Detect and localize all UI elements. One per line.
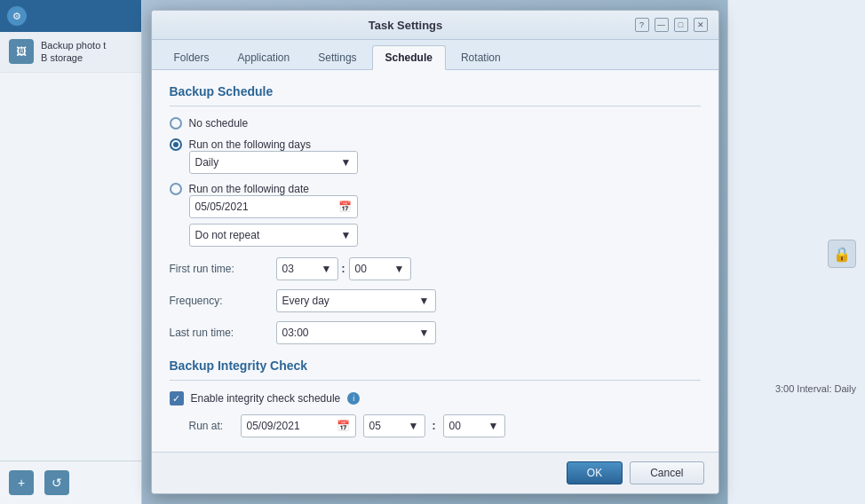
ok-button[interactable]: OK	[567, 461, 623, 484]
tab-schedule[interactable]: Schedule	[372, 45, 446, 70]
schedule-divider	[170, 106, 701, 106]
task-settings-dialog: Task Settings ? — □ ✕ Folders Applicatio…	[151, 10, 719, 494]
sidebar-item-backup[interactable]: 🖼 Backup photo t B storage	[0, 32, 141, 73]
info-icon[interactable]: i	[347, 392, 360, 405]
repeat-select-arrow-icon: ▼	[341, 229, 352, 241]
history-button[interactable]: ↺	[44, 470, 69, 495]
frequency-label: Frequency:	[170, 295, 267, 307]
app-icon: ⚙	[7, 6, 27, 26]
schedule-radio-group: No schedule Run on the following days Da…	[170, 117, 701, 247]
no-schedule-option[interactable]: No schedule	[170, 117, 701, 130]
first-run-minute-arrow-icon: ▼	[394, 263, 405, 275]
first-run-time-row: First run time: 03 ▼ : 00 ▼	[170, 257, 701, 280]
backup-schedule-heading: Backup Schedule	[170, 84, 701, 98]
no-schedule-label: No schedule	[189, 117, 249, 130]
desktop: ⚙ 🖼 Backup photo t B storage + ↺ 🔒 3:00 …	[0, 0, 865, 504]
last-run-label: Last run time:	[170, 327, 267, 339]
daily-select[interactable]: Daily ▼	[189, 151, 358, 174]
integrity-calendar-icon: 📅	[337, 420, 350, 432]
run-at-row: Run at: 05/09/2021 📅 05 ▼ : 00 ▼	[189, 414, 701, 437]
first-run-hour-select[interactable]: 03 ▼	[276, 257, 338, 280]
enable-integrity-row: ✓ Enable integrity check schedule i	[170, 391, 701, 406]
calendar-icon: 📅	[338, 201, 352, 213]
run-following-days-radio[interactable]	[170, 138, 182, 151]
sidebar-item-label: Backup photo t B storage	[41, 39, 106, 65]
backup-task-icon: 🖼	[9, 39, 34, 64]
tab-rotation[interactable]: Rotation	[448, 45, 514, 69]
tab-settings[interactable]: Settings	[305, 45, 369, 69]
first-run-hour-arrow-icon: ▼	[321, 263, 332, 275]
integrity-hour-arrow-icon: ▼	[409, 420, 419, 432]
modal-title: Task Settings	[177, 19, 635, 32]
sidebar-bottom: + ↺	[0, 461, 141, 504]
last-run-time-row: Last run time: 03:00 ▼	[170, 321, 701, 344]
add-task-button[interactable]: +	[9, 470, 34, 495]
frequency-row: Frequency: Every day ▼	[170, 289, 701, 312]
integrity-minute-select[interactable]: 00 ▼	[443, 414, 505, 437]
integrity-check-heading: Backup Integrity Check	[170, 358, 701, 373]
lock-icon: 🔒	[828, 240, 856, 268]
run-following-date-block: Run on the following date 05/05/2021 📅 D…	[170, 183, 701, 247]
run-following-days-block: Run on the following days Daily ▼	[170, 138, 701, 174]
enable-integrity-label: Enable integrity check schedule	[191, 392, 341, 405]
time-colon-sep: :	[342, 263, 345, 275]
run-following-date-option[interactable]: Run on the following date	[170, 183, 701, 195]
modal-titlebar: Task Settings ? — □ ✕	[152, 11, 718, 40]
sidebar: ⚙ 🖼 Backup photo t B storage + ↺	[0, 0, 142, 504]
daily-dropdown-container: Daily ▼	[189, 151, 701, 174]
integrity-minute-arrow-icon: ▼	[488, 420, 499, 432]
date-sub-controls: 05/05/2021 📅 Do not repeat ▼	[189, 195, 701, 247]
modal-controls: ? — □ ✕	[635, 18, 708, 32]
date-picker[interactable]: 05/05/2021 📅	[189, 195, 358, 218]
first-run-minute-select[interactable]: 00 ▼	[349, 257, 411, 280]
close-button[interactable]: ✕	[694, 18, 708, 32]
last-run-arrow-icon: ▼	[419, 327, 430, 339]
tab-application[interactable]: Application	[225, 45, 304, 69]
status-text: 3:00 Interval: Daily	[775, 383, 856, 394]
integrity-date-picker[interactable]: 05/09/2021 📅	[241, 414, 356, 437]
enable-integrity-checkbox[interactable]: ✓	[170, 391, 184, 406]
modal-footer: OK Cancel	[152, 452, 718, 493]
run-following-days-label: Run on the following days	[189, 138, 311, 151]
tab-folders[interactable]: Folders	[161, 45, 223, 69]
help-button[interactable]: ?	[635, 18, 649, 32]
frequency-arrow-icon: ▼	[419, 295, 430, 307]
sidebar-header: ⚙	[0, 0, 141, 32]
tab-bar: Folders Application Settings Schedule Ro…	[152, 40, 718, 70]
run-following-date-label: Run on the following date	[189, 183, 309, 195]
daily-select-arrow-icon: ▼	[341, 156, 352, 169]
integrity-hour-select[interactable]: 05 ▼	[363, 414, 425, 437]
first-run-time-selector: 03 ▼ : 00 ▼	[276, 257, 411, 280]
last-run-select[interactable]: 03:00 ▼	[276, 321, 436, 344]
modal-overlay: Task Settings ? — □ ✕ Folders Applicatio…	[142, 0, 727, 504]
frequency-select[interactable]: Every day ▼	[276, 289, 436, 312]
run-following-date-radio[interactable]	[170, 183, 182, 195]
no-schedule-radio[interactable]	[170, 117, 182, 130]
integrity-time-colon: :	[432, 420, 436, 432]
cancel-button[interactable]: Cancel	[630, 461, 703, 484]
right-panel: 🔒 3:00 Interval: Daily	[727, 0, 865, 504]
integrity-divider	[170, 380, 701, 381]
minimize-button[interactable]: —	[655, 18, 669, 32]
run-at-label: Run at:	[189, 420, 234, 432]
first-run-label: First run time:	[170, 263, 267, 275]
maximize-button[interactable]: □	[674, 18, 688, 32]
repeat-select[interactable]: Do not repeat ▼	[189, 224, 358, 247]
modal-body: Backup Schedule No schedule Run on the f…	[152, 70, 718, 452]
run-following-days-option[interactable]: Run on the following days	[170, 138, 701, 151]
